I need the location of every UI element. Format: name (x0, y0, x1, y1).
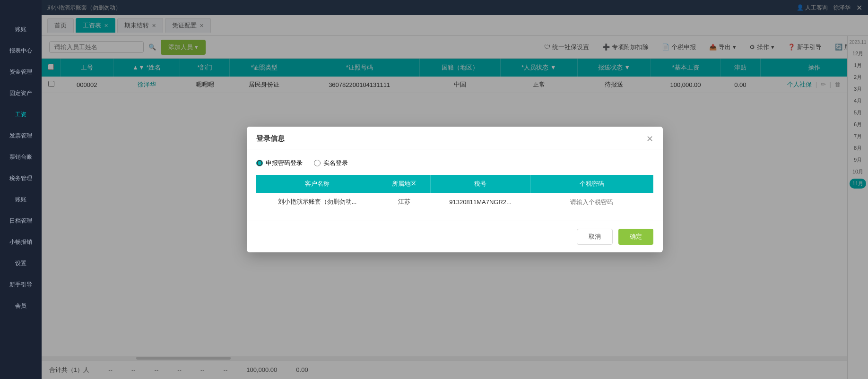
confirm-button[interactable]: 确定 (618, 229, 653, 245)
modal-col-client: 客户名称 (256, 175, 378, 193)
radio-password-input[interactable] (256, 160, 263, 166)
modal-overlay: 登录信息 ✕ 申报密码登录 实名登录 客户名称 所属地区 (42, 0, 868, 379)
sidebar-item-assets[interactable]: 固定资产 (0, 83, 42, 104)
login-info-modal: 登录信息 ✕ 申报密码登录 实名登录 客户名称 所属地区 (247, 127, 663, 252)
modal-title: 登录信息 (256, 134, 285, 143)
modal-region: 江苏 (398, 198, 410, 205)
sidebar-item-accounting[interactable]: 账账 (0, 19, 42, 40)
modal-region-cell: 江苏 (378, 193, 430, 211)
modal-col-region: 所属地区 (378, 175, 430, 193)
modal-taxno-cell: 91320811MA7NGR2... (430, 193, 530, 211)
radio-realname-label: 实名登录 (323, 159, 348, 167)
login-type-radio-group: 申报密码登录 实名登录 (256, 159, 653, 167)
modal-taxpwd-cell (530, 193, 653, 211)
modal-col-taxpwd: 个税密码 (530, 175, 653, 193)
modal-table-row: 刘小艳演示账套（勿删勿动... 江苏 91320811MA7NGR2... (256, 193, 653, 211)
sidebar-item-invoice[interactable]: 发票管理 (0, 125, 42, 146)
radio-password-login[interactable]: 申报密码登录 (256, 159, 303, 167)
sidebar-item-salary[interactable]: 工资 (0, 104, 42, 125)
sidebar-item-ticket[interactable]: 票销台账 (0, 146, 42, 168)
sidebar-item-reports[interactable]: 报表中心 (0, 40, 42, 61)
modal-close-button[interactable]: ✕ (646, 135, 653, 143)
modal-body: 申报密码登录 实名登录 客户名称 所属地区 税号 个税密码 (247, 149, 663, 221)
modal-taxno: 91320811MA7NGR2... (449, 198, 512, 206)
sidebar-item-guide[interactable]: 新手引导 (0, 274, 42, 295)
sidebar-item-funds[interactable]: 资金管理 (0, 61, 42, 83)
radio-realname-login[interactable]: 实名登录 (314, 159, 348, 167)
sidebar-item-member[interactable]: 会员 (0, 295, 42, 317)
modal-col-taxno: 税号 (430, 175, 530, 193)
cancel-button[interactable]: 取消 (577, 229, 613, 245)
accounting-label: 账账 (15, 26, 26, 33)
modal-client-name: 刘小艳演示账套（勿删勿动... (278, 198, 357, 205)
modal-header: 登录信息 ✕ (247, 127, 663, 149)
sidebar-item-settings[interactable]: 设置 (0, 253, 42, 274)
login-info-table: 客户名称 所属地区 税号 个税密码 刘小艳演示账套（勿删勿动... 江苏 (256, 175, 653, 211)
sidebar-item-archive[interactable]: 日档管理 (0, 210, 42, 232)
radio-realname-input[interactable] (314, 160, 321, 166)
modal-client-name-cell: 刘小艳演示账套（勿删勿动... (256, 193, 378, 211)
sidebar-item-ledger[interactable]: 账账 (0, 189, 42, 210)
sidebar: 账账 报表中心 资金管理 固定资产 工资 发票管理 票销台账 税务管理 账账 日… (0, 0, 42, 379)
radio-password-label: 申报密码登录 (266, 159, 303, 167)
sidebar-item-expense[interactable]: 小畅报销 (0, 232, 42, 253)
modal-footer: 取消 确定 (247, 221, 663, 252)
sidebar-item-tax[interactable]: 税务管理 (0, 168, 42, 189)
tax-password-input[interactable] (538, 198, 645, 206)
